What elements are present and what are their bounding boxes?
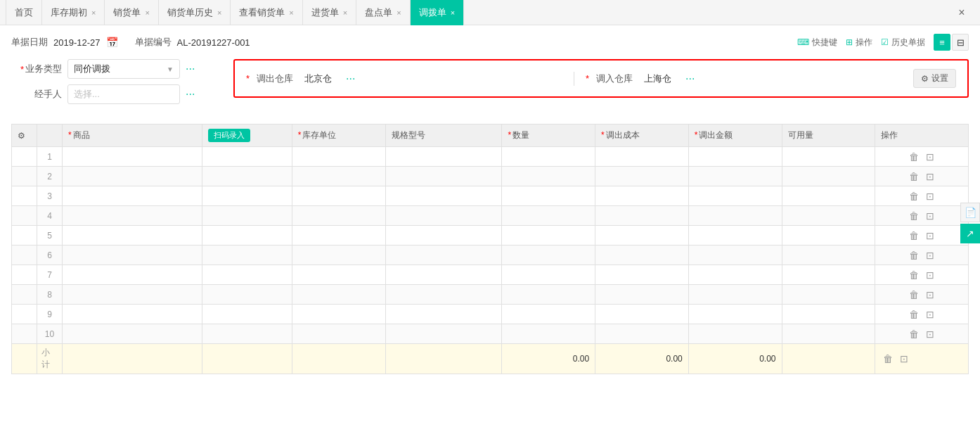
row-delete-icon-5[interactable]: 🗑 [909,230,919,241]
row-amount-10[interactable] [688,324,782,344]
tab-inventory-init[interactable]: 库存期初 × [42,0,105,25]
row-copy-icon-2[interactable]: ⊡ [926,171,934,182]
row-product-6[interactable] [63,246,202,265]
row-unit-6[interactable] [292,246,385,265]
row-copy-icon-7[interactable]: ⊡ [926,269,934,281]
row-amount-3[interactable] [688,186,782,206]
warehouse-in-more-btn[interactable]: ··· [685,72,695,85]
tab-stocktake[interactable]: 盘点单 × [356,0,410,25]
close-tab-2[interactable]: × [145,8,149,17]
row-qty-7[interactable] [502,265,595,285]
tab-sales-history[interactable]: 销货单历史 × [159,0,231,25]
row-unit-5[interactable] [292,226,385,246]
row-spec-7[interactable] [385,265,502,285]
close-tab-1[interactable]: × [91,8,96,17]
calendar-icon[interactable]: 📅 [106,37,118,48]
row-product-7[interactable] [63,265,202,285]
row-amount-5[interactable] [688,226,782,246]
row-copy-icon-4[interactable]: ⊡ [926,210,934,222]
row-amount-4[interactable] [688,206,782,226]
business-type-select[interactable]: 同价调拨 ▼ [67,59,180,79]
row-qty-10[interactable] [502,324,595,344]
row-cost-1[interactable] [595,147,689,167]
close-tab-7[interactable]: × [451,8,455,17]
row-qty-3[interactable] [502,186,595,206]
warehouse-settings-button[interactable]: ⚙ 设置 [913,69,956,88]
row-qty-4[interactable] [502,206,595,226]
th-scan[interactable]: 扫码录入 [202,125,292,147]
row-product-3[interactable] [63,186,202,206]
close-tab-5[interactable]: × [343,8,347,17]
row-cost-5[interactable] [595,226,689,246]
row-unit-7[interactable] [292,265,385,285]
row-spec-5[interactable] [385,226,502,246]
row-delete-icon-9[interactable]: 🗑 [909,309,919,320]
row-copy-icon-9[interactable]: ⊡ [926,309,934,320]
row-copy-icon-6[interactable]: ⊡ [926,250,934,261]
row-unit-3[interactable] [292,186,385,206]
tab-transfer[interactable]: 调拨单 × [411,0,464,25]
row-cost-8[interactable] [595,285,689,305]
row-delete-icon-7[interactable]: 🗑 [909,269,919,281]
row-cost-10[interactable] [595,324,689,344]
operation-link[interactable]: ⊞ 操作 [846,37,872,49]
date-value[interactable]: 2019-12-27 [53,37,101,48]
row-cost-9[interactable] [595,305,689,324]
row-product-10[interactable] [63,324,202,344]
tab-sales[interactable]: 销货单 × [105,0,158,25]
row-product-4[interactable] [63,206,202,226]
row-delete-icon-3[interactable]: 🗑 [909,191,919,202]
tab-purchase[interactable]: 进货单 × [303,0,356,25]
row-product-2[interactable] [63,167,202,186]
row-copy-icon-1[interactable]: ⊡ [926,151,934,163]
row-delete-icon-8[interactable]: 🗑 [909,289,919,300]
row-delete-icon-6[interactable]: 🗑 [909,250,919,261]
row-qty-1[interactable] [502,147,595,167]
row-spec-8[interactable] [385,285,502,305]
row-cost-3[interactable] [595,186,689,206]
warehouse-in-value[interactable]: 上海仓 [644,72,671,85]
row-cost-7[interactable] [595,265,689,285]
row-amount-7[interactable] [688,265,782,285]
row-qty-5[interactable] [502,226,595,246]
close-window-button[interactable]: × [949,0,974,25]
warehouse-out-value[interactable]: 北京仓 [304,72,332,85]
row-qty-9[interactable] [502,305,595,324]
row-product-1[interactable] [63,147,202,167]
row-amount-1[interactable] [688,147,782,167]
row-unit-2[interactable] [292,167,385,186]
row-delete-icon-10[interactable]: 🗑 [909,329,919,340]
close-tab-6[interactable]: × [396,8,401,17]
row-spec-4[interactable] [385,206,502,226]
row-qty-2[interactable] [502,167,595,186]
warehouse-out-more-btn[interactable]: ··· [346,72,355,85]
shortcut-link[interactable]: ⌨ 快捷键 [797,37,837,49]
subtotal-delete-icon[interactable]: 🗑 [883,353,893,364]
layout-double-btn[interactable]: ⊟ [952,34,969,51]
row-unit-1[interactable] [292,147,385,167]
personnel-more-btn[interactable]: ··· [186,88,195,101]
history-link[interactable]: ☑ 历史单据 [881,37,925,49]
row-spec-9[interactable] [385,305,502,324]
tab-view-sales[interactable]: 查看销货单 × [231,0,302,25]
row-unit-8[interactable] [292,285,385,305]
subtotal-copy-icon[interactable]: ⊡ [900,353,908,364]
row-copy-icon-3[interactable]: ⊡ [926,191,934,202]
row-delete-icon-2[interactable]: 🗑 [909,171,919,182]
th-gear[interactable]: ⚙ [12,125,37,147]
row-unit-10[interactable] [292,324,385,344]
row-spec-6[interactable] [385,246,502,265]
row-spec-3[interactable] [385,186,502,206]
row-amount-9[interactable] [688,305,782,324]
business-type-more-btn[interactable]: ··· [186,63,195,75]
row-spec-1[interactable] [385,147,502,167]
row-amount-6[interactable] [688,246,782,265]
row-cost-2[interactable] [595,167,689,186]
row-product-9[interactable] [63,305,202,324]
row-unit-4[interactable] [292,206,385,226]
scan-input-btn[interactable]: 扫码录入 [208,129,250,142]
close-tab-4[interactable]: × [289,8,293,17]
float-export-icon[interactable]: ↗ [960,224,980,243]
row-delete-icon-1[interactable]: 🗑 [909,151,919,163]
personnel-select[interactable]: 选择... [67,84,180,104]
